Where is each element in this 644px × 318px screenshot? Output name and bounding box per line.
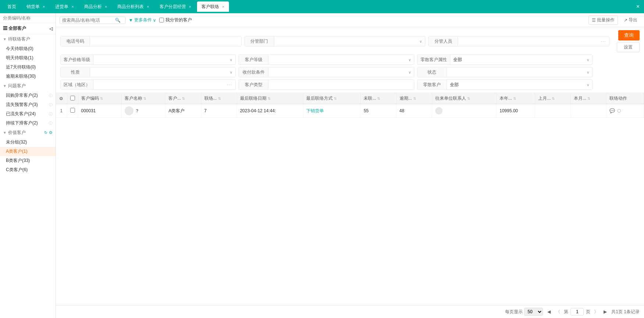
row-select-checkbox[interactable] — [70, 108, 75, 113]
export-btn[interactable]: ↗ 导出 — [621, 16, 640, 24]
tab-sales[interactable]: 销货单 × — [22, 1, 49, 12]
sort-contact-person-icon[interactable]: ⇅ — [467, 96, 470, 100]
tab-sales-close[interactable]: × — [43, 4, 45, 9]
collapse-icon[interactable]: ◁ — [49, 26, 53, 31]
tab-analysis-list[interactable]: 商品分析列表 × — [113, 1, 153, 12]
action-more-icon[interactable]: ⬡ — [617, 108, 621, 113]
sidebar-item-c-class[interactable]: C类客户(6) — [0, 165, 56, 174]
sort-code-icon[interactable]: ⇅ — [100, 96, 103, 100]
col-uncontacted: 未联... ⇅ — [361, 93, 396, 104]
tab-customer-segment-label: 客户分层经营 — [160, 4, 186, 10]
filter-region-input[interactable]: ··· — [93, 83, 235, 87]
sidebar-item-churned[interactable]: 已流失客户(24) ⓘ — [0, 109, 56, 119]
sidebar-item-7days-pending[interactable]: 近7天待联络(0) — [0, 63, 56, 72]
last-method-link[interactable]: 下销货单 — [306, 108, 324, 113]
sidebar-item-a-class[interactable]: A类客户(1) — [0, 147, 56, 156]
query-btn[interactable]: 查询 — [618, 30, 640, 40]
row-checkbox[interactable] — [67, 104, 78, 118]
refresh-icon[interactable]: ↻ — [44, 130, 47, 135]
group-value-customers[interactable]: ▼ 价值客户 ↻ ⚙ — [0, 128, 56, 138]
filter-manager-label: 分管人员 — [429, 36, 458, 46]
page-number-input[interactable] — [570, 308, 584, 315]
sidebar-header-label: ☰ 全部客户 — [3, 25, 26, 32]
window-close-icon[interactable]: × — [635, 2, 641, 11]
sidebar-search-input[interactable] — [3, 15, 56, 21]
tab-customer-contact-close[interactable]: × — [222, 4, 224, 9]
col-checkbox[interactable] — [67, 93, 78, 104]
filter-chevron: ∨ — [153, 18, 156, 23]
toolbar: 🔍 ▼ 更多条件 ∨ 我分管的客户 ☰ 批量操作 ↗ 导出 — [56, 13, 644, 27]
filter-nature-select[interactable]: ∨ — [90, 70, 235, 74]
my-customers-checkbox[interactable] — [159, 18, 164, 22]
action-message-icon[interactable]: 💬 — [609, 108, 615, 113]
sort-this-month-icon[interactable]: ⇅ — [587, 96, 590, 100]
filter-price-level-label: 客户价格等级 — [61, 55, 93, 64]
filter-row-1: 电话号码 分管部门 ∨ 分管人员 ··· 查询 设置 — [60, 30, 640, 52]
tab-home[interactable]: 首页 — [3, 1, 21, 12]
row-contact-count: 7 — [201, 104, 237, 118]
filter-actions: 查询 设置 — [615, 30, 640, 52]
sidebar-item-overdue-pending[interactable]: 逾期未联络(30) — [0, 72, 56, 81]
sort-last-method-icon[interactable]: ⇅ — [334, 96, 337, 100]
search-input[interactable] — [62, 18, 114, 23]
col-settings[interactable]: ⚙ — [56, 93, 67, 104]
sidebar-item-ungrouped[interactable]: 未分组(32) — [0, 138, 56, 147]
sidebar-item-today-pending[interactable]: 今天待联络(0) — [0, 44, 56, 53]
sidebar-item-churn-warning[interactable]: 流失预警客户(3) ⓘ — [0, 100, 56, 109]
sidebar-item-tomorrow-pending[interactable]: 明天待联络(1) — [0, 53, 56, 63]
filter-phone-label: 电话号码 — [61, 36, 90, 46]
filter-manager-input[interactable]: ··· — [458, 39, 609, 43]
filter-dept-select[interactable]: ∨ — [274, 39, 425, 43]
contact-person-avatar — [435, 107, 443, 114]
sort-last-date-icon[interactable]: ⇅ — [268, 96, 271, 100]
row-code: 000031 — [78, 104, 122, 118]
sort-last-month-icon[interactable]: ⇅ — [552, 96, 555, 100]
prev-page-btn[interactable]: 〈 — [554, 308, 562, 316]
sort-contact-count-icon[interactable]: ⇅ — [218, 96, 221, 100]
tab-analysis-close[interactable]: × — [105, 4, 107, 9]
filter-panel: 电话号码 分管部门 ∨ 分管人员 ··· 查询 设置 — [56, 27, 644, 93]
next-page-btn[interactable]: 〉 — [593, 308, 600, 316]
col-contact-person: 往来单位联系人 ⇅ — [432, 93, 496, 104]
sidebar: 🔍 ☰ 全部客户 ◁ ▼ 待联络客户 今天待联络(0) 明天待联络(1) 近7天… — [0, 13, 56, 318]
filter-retail-attr-select[interactable]: 全部∨ — [450, 57, 592, 63]
row-num: 1 — [56, 104, 67, 118]
select-all-checkbox[interactable] — [70, 96, 75, 100]
tab-customer-contact[interactable]: 客户联络 × — [197, 1, 229, 12]
per-page-select[interactable]: 50 10 20 100 — [524, 308, 543, 316]
tab-analysis[interactable]: 商品分析 × — [80, 1, 111, 12]
last-page-btn[interactable]: ▶ — [602, 308, 608, 315]
sidebar-item-b-class[interactable]: B类客户(33) — [0, 156, 56, 165]
filter-customer-level-select[interactable]: ∨ — [268, 58, 414, 62]
tab-analysis-list-close[interactable]: × — [147, 4, 149, 9]
settings-icon[interactable]: ⚙ — [49, 130, 53, 135]
sort-level-icon[interactable]: ⇅ — [182, 96, 185, 100]
sort-overdue-icon[interactable]: ⇅ — [413, 96, 416, 100]
tab-purchase[interactable]: 进货单 × — [51, 1, 78, 12]
filter-price-level-select[interactable]: ∨ — [93, 58, 235, 62]
filter-customer-level: 客户等级 ∨ — [239, 54, 414, 65]
sort-uncontacted-icon[interactable]: ⇅ — [377, 96, 380, 100]
sort-name-icon[interactable]: ⇅ — [143, 96, 146, 100]
row-last-method[interactable]: 下销货单 — [303, 104, 361, 118]
sidebar-item-repurchase-abnormal[interactable]: 回购异常客户(2) ⓘ — [0, 91, 56, 100]
group-pending-contact[interactable]: ▼ 待联络客户 — [0, 34, 56, 44]
filter-payment-select[interactable]: ∨ — [268, 70, 414, 74]
tab-purchase-close[interactable]: × — [71, 4, 74, 9]
sidebar-search-bar: 🔍 — [0, 13, 56, 23]
export-icon: ↗ — [624, 18, 627, 23]
sidebar-item-declining[interactable]: 持续下滑客户(2) ⓘ — [0, 119, 56, 128]
first-page-btn[interactable]: ◀ — [546, 308, 552, 315]
tab-customer-segment[interactable]: 客户分层经营 × — [155, 1, 196, 12]
search-icon[interactable]: 🔍 — [115, 18, 121, 23]
filter-status-select[interactable]: ∨ — [447, 70, 592, 74]
filter-retail-attr: 零散客户属性 全部∨ — [417, 54, 593, 65]
sort-this-year-icon[interactable]: ⇅ — [513, 96, 516, 100]
group-problem-customers[interactable]: ▼ 问题客户 — [0, 81, 56, 91]
page-label: 第 — [564, 309, 568, 315]
settings-btn[interactable]: 设置 — [617, 42, 640, 52]
batch-operations-btn[interactable]: ☰ 批量操作 — [588, 15, 618, 25]
tab-customer-segment-close[interactable]: × — [189, 4, 191, 9]
filter-retail-customer-select[interactable]: 全部∨ — [447, 82, 592, 88]
filter-more-btn[interactable]: ▼ 更多条件 ∨ — [129, 17, 156, 23]
